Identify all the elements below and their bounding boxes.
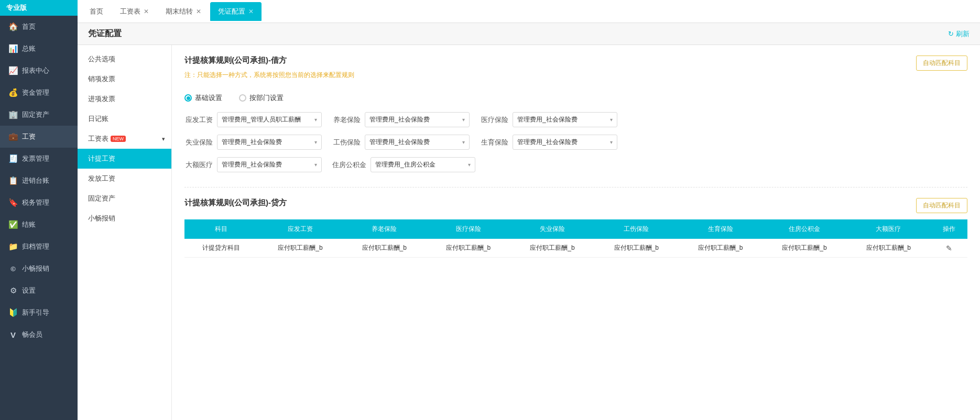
home-icon: 🏠 bbox=[8, 22, 18, 31]
sidebar-item-archive[interactable]: 📁 归档管理 bbox=[0, 236, 78, 258]
credit-table: 科目 应发工资 养老保险 医疗保险 失业保险 工伤保险 生育保险 住房公积金 大… bbox=[184, 219, 967, 258]
sidebar-label-guide: 新手引导 bbox=[22, 308, 49, 317]
credit-section-header: 计提核算规则(公司承担)-贷方 自动匹配科目 bbox=[184, 198, 967, 213]
label-yingfa-gongzi: 应发工资 bbox=[184, 115, 213, 125]
sub-nav-fixed-assets[interactable]: 固定资产 bbox=[78, 189, 171, 208]
tab-period[interactable]: 期末结转 ✕ bbox=[158, 2, 209, 21]
field-shengyu: 生育保险 管理费用_社会保险费 ▾ bbox=[480, 135, 617, 150]
sidebar-item-assets[interactable]: 🏢 固定资产 bbox=[0, 104, 78, 126]
sidebar-item-guide[interactable]: 🔰 新手引导 bbox=[0, 302, 78, 324]
page-title: 凭证配置 bbox=[88, 28, 122, 39]
tab-voucher-label: 凭证配置 bbox=[218, 7, 245, 16]
th-yiliao: 医疗保险 bbox=[426, 219, 510, 239]
table-row: 计提贷方科目 应付职工薪酬_b 应付职工薪酬_b 应付职工薪酬_b 应付职工薪酬… bbox=[184, 239, 967, 258]
tab-period-label: 期末结转 bbox=[166, 7, 193, 16]
sidebar-item-ledger[interactable]: 📊 总账 bbox=[0, 38, 78, 60]
tab-payroll[interactable]: 工资表 ✕ bbox=[112, 2, 157, 21]
label-gongjijin: 住房公积金 bbox=[332, 160, 366, 170]
tab-voucher[interactable]: 凭证配置 ✕ bbox=[210, 2, 262, 21]
tab-payroll-label: 工资表 bbox=[120, 7, 140, 16]
member-icon: V bbox=[8, 330, 18, 339]
label-shengyu: 生育保险 bbox=[480, 138, 508, 147]
sidebar-item-settings[interactable]: ⚙ 设置 bbox=[0, 280, 78, 302]
select-gongjijin[interactable]: 管理费用_住房公积金 ▾ bbox=[371, 157, 475, 172]
radio-basic-label: 基础设置 bbox=[195, 93, 222, 103]
sidebar-item-member[interactable]: V 畅会员 bbox=[0, 324, 78, 346]
sub-nav-calc-salary[interactable]: 计提工资 bbox=[78, 149, 171, 169]
select-yiliao[interactable]: 管理费用_社会保险费 ▾ bbox=[513, 112, 617, 127]
label-yiliao: 医疗保险 bbox=[480, 115, 508, 125]
main-area: 首页 工资表 ✕ 期末结转 ✕ 凭证配置 ✕ 凭证配置 ↻ 刷新 公共选项 bbox=[78, 0, 980, 420]
expand-icon: ▾ bbox=[162, 136, 165, 142]
table-header-row: 科目 应发工资 养老保险 医疗保险 失业保险 工伤保险 生育保险 住房公积金 大… bbox=[184, 219, 967, 239]
radio-dept-label: 按部门设置 bbox=[249, 93, 284, 103]
refresh-label: 刷新 bbox=[956, 29, 970, 39]
close-account-icon: ✅ bbox=[8, 220, 18, 229]
debit-form-row-2: 失业保险 管理费用_社会保险费 ▾ 工伤保险 管理费用_社会保险费 ▾ bbox=[184, 135, 967, 150]
sub-nav-pay-salary[interactable]: 发放工资 bbox=[78, 169, 171, 189]
radio-dept-circle bbox=[239, 94, 246, 102]
settings-icon: ⚙ bbox=[8, 286, 18, 295]
sub-nav-payroll-table[interactable]: 工资表 NEW ▾ bbox=[78, 129, 171, 149]
radio-dept[interactable]: 按部门设置 bbox=[239, 93, 284, 103]
th-shengyu: 生育保险 bbox=[678, 219, 762, 239]
sub-nav-purchase-invoice[interactable]: 进项发票 bbox=[78, 89, 171, 109]
content-area: 公共选项 销项发票 进项发票 日记账 工资表 NEW ▾ 计提工资 发放工资 bbox=[78, 45, 980, 420]
sidebar-item-invoice[interactable]: 🧾 发票管理 bbox=[0, 148, 78, 170]
tab-period-close[interactable]: ✕ bbox=[196, 8, 201, 15]
sidebar-item-salary[interactable]: 💼 工资 bbox=[0, 126, 78, 148]
edit-icon[interactable]: ✎ bbox=[946, 244, 952, 252]
sidebar-item-close[interactable]: ✅ 结账 bbox=[0, 214, 78, 236]
select-shiye[interactable]: 管理费用_社会保险费 ▾ bbox=[217, 135, 322, 150]
td-yingfa: 应付职工薪酬_b bbox=[258, 239, 342, 258]
sidebar-label-report: 报表中心 bbox=[22, 66, 49, 75]
debit-auto-match-button[interactable]: 自动匹配科目 bbox=[916, 56, 967, 71]
credit-section-title: 计提核算规则(公司承担)-贷方 bbox=[184, 198, 287, 208]
sidebar-item-sales[interactable]: 📋 进销台账 bbox=[0, 170, 78, 192]
credit-section: 计提核算规则(公司承担)-贷方 自动匹配科目 科目 应发工资 养老保险 医疗保险… bbox=[184, 198, 967, 258]
sub-nav-sales-invoice[interactable]: 销项发票 bbox=[78, 69, 171, 89]
sidebar-label-ledger: 总账 bbox=[22, 44, 36, 53]
debit-section-title: 计提核算规则(公司承担)-借方 bbox=[184, 56, 354, 65]
tab-home-label: 首页 bbox=[90, 7, 103, 16]
sub-nav-journal[interactable]: 日记账 bbox=[78, 109, 171, 129]
ledger-icon: 📊 bbox=[8, 44, 18, 53]
sub-nav: 公共选项 销项发票 进项发票 日记账 工资表 NEW ▾ 计提工资 发放工资 bbox=[78, 45, 172, 420]
sales-icon: 📋 bbox=[8, 176, 18, 185]
field-yanglao: 养老保险 管理费用_社会保险费 ▾ bbox=[332, 112, 470, 127]
sidebar-item-funds[interactable]: 💰 资金管理 bbox=[0, 82, 78, 104]
tab-home[interactable]: 首页 bbox=[82, 2, 111, 21]
tax-icon: 🔖 bbox=[8, 198, 18, 207]
radio-basic[interactable]: 基础设置 bbox=[184, 93, 222, 103]
td-yanglao: 应付职工薪酬_b bbox=[342, 239, 426, 258]
debit-section-note: 注：只能选择一种方式，系统将按照您当前的选择来配置规则 bbox=[184, 71, 354, 80]
select-yingfa-gongzi[interactable]: 管理费用_管理人员职工薪酬 ▾ bbox=[217, 112, 322, 127]
debit-form-row-1: 应发工资 管理费用_管理人员职工薪酬 ▾ 养老保险 管理费用_社会保险费 ▾ bbox=[184, 112, 967, 127]
sidebar-label-archive: 归档管理 bbox=[22, 242, 49, 251]
select-yanglao[interactable]: 管理费用_社会保险费 ▾ bbox=[365, 112, 470, 127]
select-gongshang[interactable]: 管理费用_社会保险费 ▾ bbox=[365, 135, 470, 150]
td-shiye: 应付职工薪酬_b bbox=[510, 239, 594, 258]
refresh-button[interactable]: ↻ 刷新 bbox=[948, 29, 970, 39]
sidebar-label-invoice: 发票管理 bbox=[22, 154, 49, 163]
brand-label: 专业版 bbox=[0, 0, 78, 16]
credit-table-wrapper: 科目 应发工资 养老保险 医疗保险 失业保险 工伤保险 生育保险 住房公积金 大… bbox=[184, 219, 967, 258]
select-daeyiliao[interactable]: 管理费用_社会保险费 ▾ bbox=[217, 157, 322, 172]
page-header: 凭证配置 ↻ 刷新 bbox=[78, 23, 980, 45]
td-gongshang: 应付职工薪酬_b bbox=[594, 239, 678, 258]
tab-voucher-close[interactable]: ✕ bbox=[248, 8, 254, 15]
sidebar-item-report[interactable]: 📈 报表中心 bbox=[0, 60, 78, 82]
sidebar-item-home[interactable]: 🏠 首页 bbox=[0, 16, 78, 38]
label-gongshang: 工伤保险 bbox=[332, 138, 361, 147]
sidebar-label-funds: 资金管理 bbox=[22, 88, 49, 97]
select-shengyu[interactable]: 管理费用_社会保险费 ▾ bbox=[513, 135, 617, 150]
sidebar-item-tax[interactable]: 🔖 税务管理 bbox=[0, 192, 78, 214]
invoice-icon: 🧾 bbox=[8, 154, 18, 163]
credit-auto-match-button[interactable]: 自动匹配科目 bbox=[916, 198, 967, 213]
sidebar-item-xcreport[interactable]: © 小畅报销 bbox=[0, 258, 78, 280]
new-badge: NEW bbox=[111, 136, 126, 142]
sub-nav-xcreport2[interactable]: 小畅报销 bbox=[78, 208, 171, 228]
th-shiye: 失业保险 bbox=[510, 219, 594, 239]
tab-payroll-close[interactable]: ✕ bbox=[144, 8, 149, 15]
sub-nav-public[interactable]: 公共选项 bbox=[78, 49, 171, 69]
